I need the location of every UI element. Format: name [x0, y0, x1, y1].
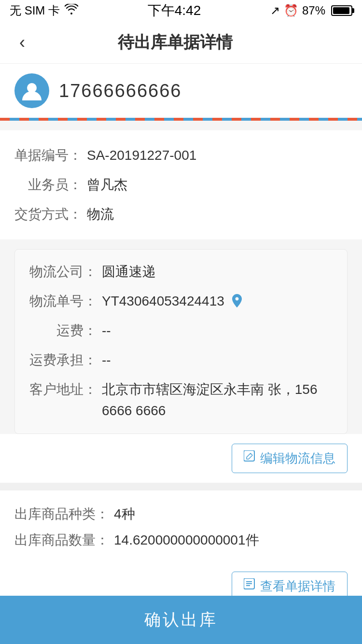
freight-label: 运费： [29, 320, 97, 342]
goods-quantity-value: 14.620000000000001件 [114, 531, 259, 549]
freight-row: 运费： -- [29, 320, 333, 342]
goods-quantity-row: 出库商品数量： 14.620000000000001件 [14, 531, 348, 549]
logistics-company-value: 圆通速递 [102, 261, 333, 283]
basic-info-section: 单据编号： SA-20191227-001 业务员： 曾凡杰 交货方式： 物流 [0, 130, 362, 239]
location-status-icon: ↗ [270, 4, 280, 17]
user-avatar [14, 73, 49, 108]
view-icon [244, 578, 256, 594]
goods-quantity-label: 出库商品数量： [14, 531, 109, 549]
edit-icon [244, 450, 256, 466]
goods-section: 出库商品种类： 4种 出库商品数量： 14.620000000000001件 [0, 490, 362, 567]
status-right: ↗ ⏰ 87% [270, 4, 352, 17]
doc-number-row: 单据编号： SA-20191227-001 [14, 145, 348, 167]
status-left: 无 SIM 卡 [10, 3, 78, 18]
delivery-method-row: 交货方式： 物流 [14, 204, 348, 225]
edit-btn-container: 编辑物流信息 [0, 434, 362, 483]
alarm-icon: ⏰ [284, 4, 298, 17]
address-label: 客户地址： [29, 379, 97, 401]
dashed-divider [0, 118, 362, 121]
avatar-icon [20, 79, 43, 102]
doc-number-value: SA-20191227-001 [87, 145, 348, 167]
status-time: 下午4:42 [148, 1, 201, 20]
confirm-button-label: 确认出库 [144, 609, 218, 631]
svg-rect-1 [244, 450, 254, 461]
freight-value: -- [102, 320, 333, 342]
freight-bearer-label: 运费承担： [29, 350, 97, 371]
delivery-method-value: 物流 [87, 204, 348, 225]
sales-person-label: 业务员： [14, 174, 82, 196]
user-header: 17666666666 [0, 64, 362, 118]
doc-number-label: 单据编号： [14, 145, 82, 167]
logistics-tracking-value: YT43064053424413 [102, 291, 333, 312]
logistics-card: 物流公司： 圆通速递 物流单号： YT43064053424413 运费： --… [14, 249, 348, 434]
edit-logistics-button[interactable]: 编辑物流信息 [232, 444, 348, 473]
logistics-tracking-row: 物流单号： YT43064053424413 [29, 291, 333, 312]
goods-types-row: 出库商品种类： 4种 [14, 505, 348, 523]
view-details-label: 查看单据详情 [260, 578, 335, 595]
section-divider [0, 483, 362, 490]
map-pin-icon[interactable] [230, 294, 244, 309]
status-bar: 无 SIM 卡 下午4:42 ↗ ⏰ 87% [0, 0, 362, 21]
confirm-bar[interactable]: 确认出库 [0, 596, 362, 644]
wifi-icon [65, 4, 78, 17]
edit-logistics-label: 编辑物流信息 [260, 450, 335, 467]
battery-icon [331, 5, 352, 16]
goods-types-label: 出库商品种类： [14, 505, 109, 523]
logistics-company-label: 物流公司： [29, 261, 97, 283]
address-value: 北京市市辖区海淀区永丰南 张，156 6666 6666 [102, 379, 333, 422]
goods-types-value: 4种 [114, 505, 135, 523]
sales-person-value: 曾凡杰 [87, 174, 348, 196]
nav-bar: ‹ 待出库单据详情 [0, 21, 362, 64]
back-button[interactable]: ‹ [14, 28, 30, 57]
battery-label: 87% [302, 4, 325, 17]
logistics-company-row: 物流公司： 圆通速递 [29, 261, 333, 283]
logistics-tracking-label: 物流单号： [29, 291, 97, 312]
carrier-label: 无 SIM 卡 [10, 3, 60, 18]
sales-person-row: 业务员： 曾凡杰 [14, 174, 348, 196]
delivery-method-label: 交货方式： [14, 204, 82, 225]
user-phone: 17666666666 [59, 81, 181, 101]
freight-bearer-row: 运费承担： -- [29, 350, 333, 371]
freight-bearer-value: -- [102, 350, 333, 371]
address-row: 客户地址： 北京市市辖区海淀区永丰南 张，156 6666 6666 [29, 379, 333, 422]
nav-title: 待出库单据详情 [30, 31, 320, 54]
